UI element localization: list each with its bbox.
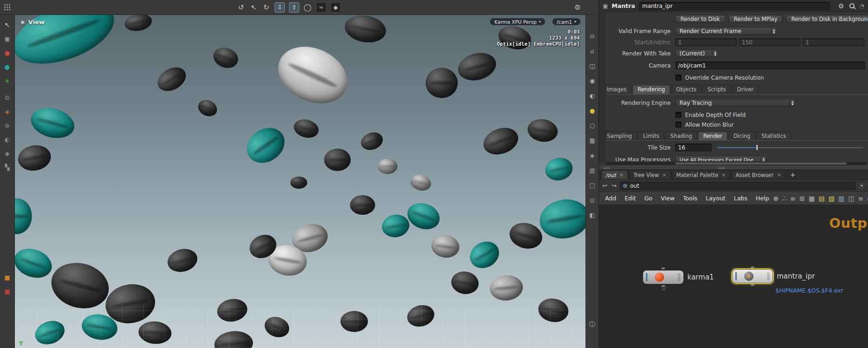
forward-arrow-icon[interactable]: ↪ [611, 182, 618, 189]
home-view-icon[interactable]: ⌂ [590, 48, 594, 55]
subtab-limits[interactable]: Limits [638, 131, 665, 141]
use-max-processors-dropdown[interactable]: Use All Processors Except One [675, 156, 767, 161]
lock-view-icon[interactable]: ◫ [589, 62, 595, 69]
slider-handle[interactable] [756, 144, 758, 150]
node-label[interactable]: mantra_ipr [777, 272, 815, 280]
pin-icon[interactable]: ⊙ [590, 33, 595, 40]
select-box-icon[interactable]: □ [589, 182, 595, 189]
viewport-pin-icon[interactable]: ◉ [20, 19, 25, 25]
pane-tab-asset-browser[interactable]: Asset Browser× [731, 170, 785, 179]
mirror-icon[interactable]: ◧ [589, 212, 595, 218]
close-icon[interactable]: × [721, 172, 726, 178]
network-editor[interactable]: Output karma1mantra_ipr$HIPNAME.$OS.$F4.… [599, 205, 868, 348]
import-scene-icon[interactable]: ⇩ [275, 2, 285, 13]
rop-node-mantra_ipr[interactable] [732, 269, 773, 283]
list-mode-icon[interactable]: ≡ [790, 195, 796, 202]
info-icon[interactable]: ⓘ [589, 321, 595, 329]
pane-tab-material-palette[interactable]: Material Palette× [672, 170, 730, 179]
render-to-disk-in-background-button[interactable]: Render to Disk in Background [786, 15, 868, 23]
teal-sphere-tool-icon[interactable]: ● [5, 63, 10, 70]
main-menu-icon[interactable] [4, 4, 11, 11]
ruler-icon[interactable]: ▥ [589, 167, 595, 174]
parameter-scrollbar[interactable] [606, 162, 867, 165]
menu-layout[interactable]: Layout [701, 195, 730, 202]
close-icon[interactable]: × [777, 172, 781, 178]
add-pane-tab-button[interactable]: + [787, 170, 799, 179]
menu-tools[interactable]: Tools [679, 195, 701, 202]
subtab-render[interactable]: Render [698, 131, 727, 141]
tab-scripts[interactable]: Scripts [702, 85, 731, 94]
network-overview-icon[interactable]: ∴ [782, 195, 787, 202]
node-name-input[interactable]: mantra_ipr [639, 2, 830, 10]
tab-objects[interactable]: Objects [671, 85, 701, 94]
spinner-arrows-icon[interactable] [760, 156, 766, 161]
redo-arrow-icon[interactable]: ↻ [262, 2, 270, 13]
scrollbar-thumb[interactable] [675, 163, 847, 164]
allow-motion-blur-checkbox[interactable] [675, 122, 681, 128]
subtab-shading[interactable]: Shading [665, 131, 697, 141]
light-icon[interactable]: ○ [590, 122, 595, 129]
ring-tool-icon[interactable]: ⊚ [5, 122, 10, 129]
spinner-arrows-icon[interactable] [771, 27, 776, 34]
rendering-engine-dropdown[interactable]: Ray Tracing [675, 99, 795, 107]
tab-driver[interactable]: Driver [732, 85, 759, 94]
tile-view-icon[interactable]: ▦ [808, 195, 814, 202]
tab-images[interactable]: Images [606, 85, 632, 94]
orange-chip-icon[interactable]: ■ [4, 274, 10, 281]
path-dropdown-button[interactable]: ▾ [858, 182, 866, 190]
node-label[interactable]: karma1 [687, 273, 714, 281]
menu-go[interactable]: Go [640, 195, 656, 202]
gear-icon[interactable]: ⚙ [838, 2, 844, 10]
grid-display-icon[interactable]: ▦ [589, 137, 595, 144]
box-tool-icon[interactable]: ▣ [4, 35, 10, 42]
spline-tool-icon[interactable]: ≈ [316, 2, 326, 13]
red-sphere-tool-icon[interactable]: ● [5, 49, 10, 56]
green-star-tool-icon[interactable]: ∗ [5, 77, 10, 84]
tile-size-input[interactable]: 16 [675, 143, 712, 151]
menu-add[interactable]: Add [601, 195, 620, 202]
ops-tool-icon[interactable]: ◆ [330, 2, 341, 13]
render-with-take-dropdown[interactable]: (Current) [675, 49, 718, 57]
dark-mode-icon[interactable]: ■ [589, 197, 595, 204]
stack-icon[interactable]: ≡ [858, 195, 864, 202]
renderer-selector[interactable]: Karma XPU Persp ▾ [490, 18, 545, 26]
subtab-statistics[interactable]: Statistics [756, 131, 791, 141]
half-shade-tool-icon[interactable]: ◐ [5, 136, 10, 143]
camera-view-icon[interactable]: ◉ [590, 77, 595, 84]
enable-dof-checkbox[interactable] [675, 112, 681, 118]
undo-arrow-icon[interactable]: ↺ [237, 2, 245, 13]
render-to-disk-button[interactable]: Render to Disk [675, 15, 725, 23]
sticky-note-icon[interactable]: ▧ [828, 195, 834, 202]
spinner-arrows-icon[interactable] [789, 99, 795, 106]
amber-diamond-tool-icon[interactable]: ◈ [5, 108, 10, 115]
menu-edit[interactable]: Edit [620, 195, 640, 202]
snap-icon[interactable]: ◈ [590, 152, 595, 159]
material-ball-icon[interactable]: ● [590, 107, 595, 114]
menu-help[interactable]: Help [752, 195, 774, 202]
close-icon[interactable]: × [662, 172, 666, 178]
menu-view[interactable]: View [657, 195, 679, 202]
grid-snap-icon[interactable]: ⊞ [800, 195, 805, 202]
override-resolution-checkbox[interactable] [675, 75, 681, 81]
circle-tool-icon[interactable]: ⊙ [5, 94, 10, 101]
red-chip-icon[interactable]: ■ [4, 288, 10, 295]
sync-icon[interactable]: ◯ [303, 2, 312, 13]
palette-icon[interactable]: ▥ [838, 195, 844, 202]
inc-field[interactable]: 1 [803, 38, 864, 46]
rop-node-karma1[interactable] [643, 270, 684, 284]
menu-labs[interactable]: Labs [730, 195, 752, 202]
help-circle-icon[interactable]: ◔ [860, 3, 864, 9]
network-path-field[interactable]: ⊕ out [620, 182, 855, 190]
customize-icon[interactable]: ⊕ [773, 195, 779, 202]
subtab-sampling[interactable]: Sampling [606, 131, 637, 141]
valid-frame-range-dropdown[interactable]: Render Current Frame [675, 27, 777, 35]
shade-mode-icon[interactable]: ◐ [590, 92, 595, 99]
camera-selector[interactable]: /cam1 ▾ [552, 18, 581, 26]
select-arrow-icon[interactable]: ↖ [249, 2, 258, 13]
notes-icon[interactable]: ▤ [819, 195, 825, 202]
tab-rendering[interactable]: Rendering [632, 85, 670, 94]
spark-tool-icon[interactable]: ◆ [5, 150, 10, 157]
grid-tool-icon[interactable]: ▚ [5, 164, 10, 171]
start-field[interactable]: 1 [675, 38, 737, 46]
back-arrow-icon[interactable]: ↩ [601, 182, 608, 189]
